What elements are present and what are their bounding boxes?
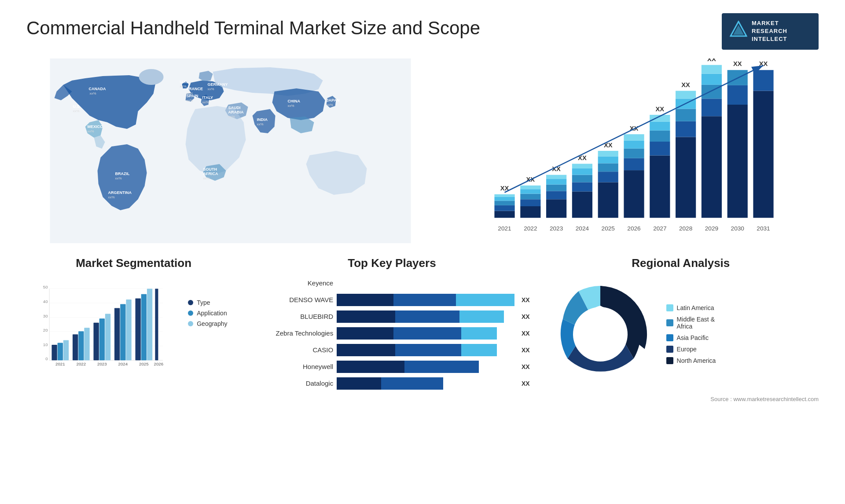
page-title: Commercial Handheld Terminal Market Size… bbox=[26, 18, 480, 39]
svg-text:U.K.: U.K. bbox=[180, 80, 188, 84]
svg-rect-37 bbox=[495, 194, 515, 197]
svg-rect-43 bbox=[520, 189, 540, 194]
svg-text:2024: 2024 bbox=[576, 225, 589, 231]
svg-point-141 bbox=[573, 307, 628, 362]
svg-text:XX: XX bbox=[656, 105, 665, 112]
svg-text:2021: 2021 bbox=[498, 225, 511, 231]
growth-chart-section: XX 2021 XX 2022 XX 2023 bbox=[448, 58, 819, 243]
svg-rect-49 bbox=[546, 184, 566, 191]
svg-text:xx%: xx% bbox=[115, 176, 122, 180]
growth-chart-svg: XX 2021 XX 2022 XX 2023 bbox=[448, 58, 819, 243]
player-name: BLUEBIRD bbox=[254, 313, 333, 320]
svg-rect-51 bbox=[546, 175, 566, 179]
players-chart: Keyence DENSO WAVE XX BLUEBIRD bbox=[254, 277, 529, 390]
svg-text:XX: XX bbox=[733, 60, 742, 67]
player-xx: XX bbox=[522, 344, 530, 356]
svg-rect-76 bbox=[650, 142, 670, 156]
svg-rect-83 bbox=[676, 121, 696, 137]
svg-text:GERMANY: GERMANY bbox=[208, 82, 228, 87]
greenland bbox=[139, 69, 164, 85]
svg-rect-48 bbox=[546, 191, 566, 199]
segmentation-section: Market Segmentation 0 10 20 30 40 50 bbox=[26, 256, 241, 419]
header: Commercial Handheld Terminal Market Size… bbox=[26, 13, 819, 50]
player-row: Keyence bbox=[254, 277, 529, 289]
svg-text:JAPAN: JAPAN bbox=[327, 98, 340, 102]
svg-rect-82 bbox=[676, 137, 696, 218]
svg-text:ARABIA: ARABIA bbox=[228, 110, 244, 114]
svg-rect-124 bbox=[78, 331, 84, 360]
svg-text:2029: 2029 bbox=[705, 225, 718, 231]
svg-rect-136 bbox=[141, 294, 147, 360]
north-america-color bbox=[666, 357, 673, 364]
player-bar bbox=[337, 377, 514, 390]
svg-text:50: 50 bbox=[43, 285, 48, 289]
svg-rect-102 bbox=[753, 70, 774, 91]
svg-text:xx%: xx% bbox=[187, 99, 193, 102]
player-row: Zebra Technologies XX bbox=[254, 327, 529, 340]
legend-asia-pacific: Asia Pacific bbox=[666, 334, 716, 341]
svg-rect-64 bbox=[598, 156, 618, 163]
player-row: DENSO WAVE XX bbox=[254, 294, 529, 306]
svg-text:SOUTH: SOUTH bbox=[203, 167, 217, 172]
middle-east-label: Middle East &Africa bbox=[677, 316, 715, 330]
svg-rect-125 bbox=[84, 328, 89, 360]
legend-geo: Geography bbox=[188, 320, 241, 327]
svg-text:MEXICO: MEXICO bbox=[88, 124, 103, 129]
svg-text:U.S.: U.S. bbox=[73, 104, 81, 109]
svg-text:BRAZIL: BRAZIL bbox=[115, 172, 130, 176]
svg-rect-135 bbox=[136, 298, 141, 360]
svg-rect-63 bbox=[598, 163, 618, 172]
svg-text:ITALY: ITALY bbox=[202, 95, 213, 100]
svg-rect-123 bbox=[73, 334, 78, 360]
svg-text:2030: 2030 bbox=[731, 225, 745, 231]
svg-rect-56 bbox=[572, 175, 592, 182]
svg-rect-54 bbox=[572, 191, 592, 218]
svg-text:2023: 2023 bbox=[550, 225, 563, 231]
world-map-svg: CANADA xx% U.S. xx% MEXICO xx% BRAZIL xx… bbox=[26, 58, 434, 243]
svg-text:xx%: xx% bbox=[202, 100, 209, 104]
svg-rect-86 bbox=[676, 91, 696, 99]
svg-rect-44 bbox=[520, 185, 540, 189]
svg-text:INDIA: INDIA bbox=[257, 117, 268, 122]
svg-text:30: 30 bbox=[43, 313, 48, 318]
player-xx: XX bbox=[522, 294, 530, 306]
regional-title: Regional Analysis bbox=[543, 256, 819, 270]
svg-text:xx%: xx% bbox=[108, 195, 115, 199]
svg-text:2026: 2026 bbox=[627, 225, 640, 231]
svg-rect-61 bbox=[598, 182, 618, 218]
svg-rect-47 bbox=[546, 199, 566, 218]
legend-geo-label: Geography bbox=[197, 320, 227, 327]
svg-text:40: 40 bbox=[43, 299, 48, 304]
svg-text:XX: XX bbox=[681, 81, 690, 88]
player-xx: XX bbox=[522, 327, 530, 340]
bottom-section: Market Segmentation 0 10 20 30 40 50 bbox=[26, 256, 819, 419]
svg-rect-42 bbox=[520, 194, 540, 199]
bar-2021-s1 bbox=[495, 211, 515, 218]
svg-rect-57 bbox=[572, 168, 592, 175]
svg-rect-101 bbox=[753, 91, 774, 218]
svg-rect-34 bbox=[495, 205, 515, 211]
svg-text:xx%: xx% bbox=[208, 87, 214, 91]
asia-pacific-label: Asia Pacific bbox=[677, 334, 709, 341]
svg-text:2025: 2025 bbox=[139, 361, 149, 366]
svg-rect-133 bbox=[126, 299, 131, 360]
svg-rect-77 bbox=[650, 130, 670, 141]
seg-legend: Type Application Geography bbox=[188, 281, 241, 376]
type-color-dot bbox=[188, 300, 193, 305]
svg-rect-121 bbox=[63, 340, 69, 360]
europe-color bbox=[666, 346, 673, 353]
svg-text:2028: 2028 bbox=[679, 225, 692, 231]
segmentation-title: Market Segmentation bbox=[26, 256, 241, 270]
svg-rect-96 bbox=[727, 105, 748, 218]
svg-text:xx%: xx% bbox=[327, 103, 333, 107]
svg-rect-71 bbox=[624, 140, 644, 148]
player-name: DENSO WAVE bbox=[254, 296, 333, 303]
logo-text: MARKET RESEARCH INTELLECT bbox=[752, 19, 787, 44]
svg-text:xx%: xx% bbox=[203, 176, 210, 180]
page: Commercial Handheld Terminal Market Size… bbox=[0, 0, 845, 504]
top-section: CANADA xx% U.S. xx% MEXICO xx% BRAZIL xx… bbox=[26, 58, 819, 243]
svg-rect-120 bbox=[58, 343, 63, 360]
svg-rect-97 bbox=[727, 85, 748, 104]
legend-type-label: Type bbox=[197, 299, 210, 306]
latin-america-color bbox=[666, 304, 673, 311]
